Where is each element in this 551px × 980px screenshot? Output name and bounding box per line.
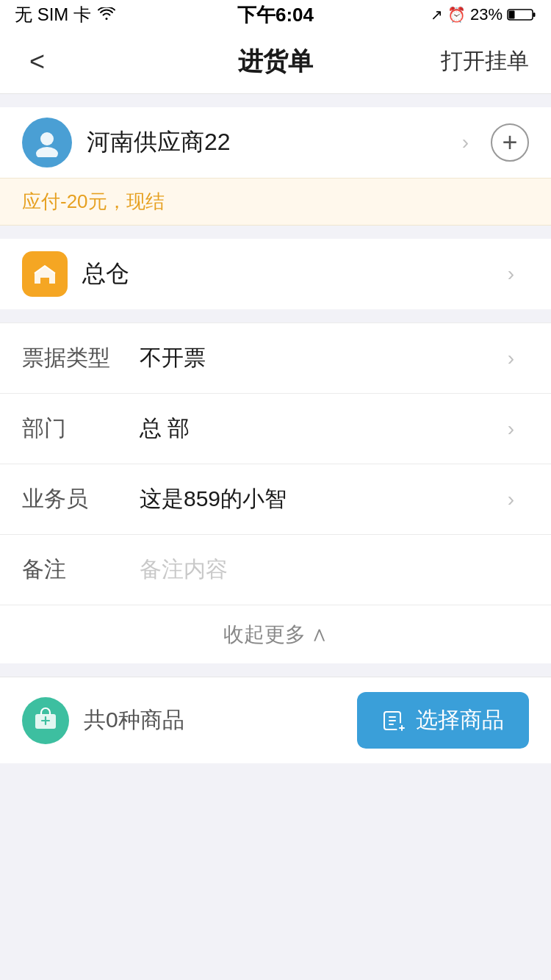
- back-button[interactable]: <: [22, 39, 52, 84]
- open-pending-button[interactable]: 打开挂单: [441, 46, 529, 76]
- warehouse-name: 总仓: [82, 258, 508, 290]
- remark-input[interactable]: 备注内容: [140, 555, 529, 585]
- nav-bar: < 进货单 打开挂单: [0, 29, 551, 94]
- alarm-icon: ⏰: [447, 6, 466, 24]
- divider-form: [0, 309, 551, 323]
- svg-rect-1: [509, 11, 515, 19]
- bottom-bar: 共0种商品 选择商品: [0, 677, 551, 763]
- select-product-label: 选择商品: [416, 705, 504, 735]
- supplier-name: 河南供应商22: [87, 126, 462, 159]
- supplier-row[interactable]: 河南供应商22 › +: [0, 107, 551, 178]
- svg-rect-5: [40, 278, 49, 284]
- svg-point-3: [40, 132, 54, 145]
- remark-row[interactable]: 备注 备注内容: [0, 534, 551, 605]
- notice-bar: 应付-20元，现结: [0, 178, 551, 226]
- svg-point-4: [36, 147, 58, 157]
- invoice-label: 票据类型: [22, 343, 125, 373]
- carrier-text: 无 SIM 卡: [15, 3, 91, 26]
- invoice-value: 不开票: [140, 343, 508, 373]
- status-left: 无 SIM 卡: [15, 3, 116, 26]
- wifi-icon: [97, 4, 116, 25]
- sales-value: 这是859的小智: [140, 484, 508, 514]
- select-product-button[interactable]: 选择商品: [357, 692, 529, 749]
- page-title: 进货单: [238, 45, 313, 79]
- add-supplier-button[interactable]: +: [491, 123, 529, 162]
- supplier-chevron-icon: ›: [462, 131, 469, 154]
- warehouse-row[interactable]: 总仓 ›: [0, 239, 551, 309]
- battery-icon: [507, 7, 536, 22]
- dept-label: 部门: [22, 414, 125, 444]
- warehouse-icon: [22, 251, 68, 297]
- sales-label: 业务员: [22, 484, 125, 514]
- svg-rect-2: [533, 12, 536, 17]
- product-icon: [22, 697, 69, 744]
- form-section: 票据类型 不开票 › 部门 总 部 › 业务员 这是859的小智 › 备注 备注…: [0, 323, 551, 663]
- status-right: ↗ ⏰ 23%: [431, 5, 536, 24]
- warehouse-section: 总仓 ›: [0, 239, 551, 309]
- product-count: 共0种商品: [84, 705, 357, 735]
- divider-top: [0, 94, 551, 107]
- location-icon: ↗: [431, 6, 443, 24]
- sales-row[interactable]: 业务员 这是859的小智 ›: [0, 464, 551, 534]
- sales-chevron-icon: ›: [508, 488, 514, 511]
- remark-label: 备注: [22, 555, 125, 585]
- invoice-row[interactable]: 票据类型 不开票 ›: [0, 323, 551, 393]
- status-bar: 无 SIM 卡 下午6:04 ↗ ⏰ 23%: [0, 0, 551, 29]
- supplier-avatar: [22, 118, 72, 167]
- warehouse-chevron-icon: ›: [508, 262, 514, 286]
- collapse-text: 收起更多 ∧: [223, 621, 328, 649]
- dept-chevron-icon: ›: [508, 417, 514, 441]
- divider-warehouse: [0, 226, 551, 239]
- dept-row[interactable]: 部门 总 部 ›: [0, 393, 551, 464]
- invoice-chevron-icon: ›: [508, 347, 514, 370]
- supplier-section: 河南供应商22 › + 应付-20元，现结: [0, 107, 551, 226]
- collapse-bar[interactable]: 收起更多 ∧: [0, 605, 551, 663]
- status-time: 下午6:04: [237, 2, 314, 28]
- battery-text: 23%: [470, 5, 503, 24]
- notice-text: 应付-20元，现结: [22, 190, 165, 212]
- dept-value: 总 部: [140, 414, 508, 444]
